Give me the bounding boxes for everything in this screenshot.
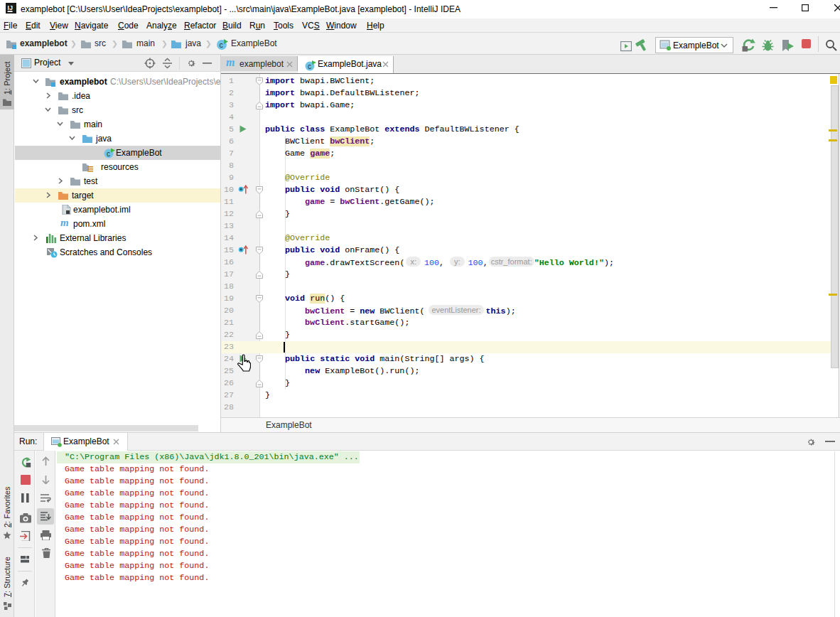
- svg-text:C: C: [107, 151, 110, 159]
- svg-text:C: C: [220, 43, 224, 50]
- svg-text:IJ: IJ: [8, 4, 14, 11]
- svg-text:C: C: [308, 64, 311, 71]
